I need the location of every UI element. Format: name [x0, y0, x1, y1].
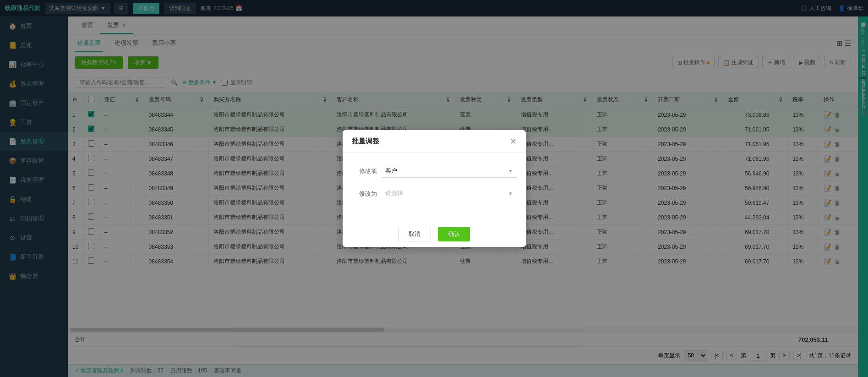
chevron-down-icon: ▼: [508, 169, 513, 174]
modify-item-row: 修改项 客户 ▼: [352, 164, 517, 178]
modify-to-label: 修改为: [352, 190, 377, 198]
modal-close-btn[interactable]: ✕: [510, 137, 517, 146]
modify-to-select[interactable]: 请选择 ▼: [382, 187, 517, 200]
modal-confirm-btn[interactable]: 确认: [438, 227, 470, 241]
modal-overlay[interactable]: 批量调整 ✕ 修改项 客户 ▼ 修改为 请选择 ▼ 取消 确认: [0, 0, 868, 377]
modal-footer: 取消 确认: [343, 221, 526, 247]
batch-adjust-modal: 批量调整 ✕ 修改项 客户 ▼ 修改为 请选择 ▼ 取消 确认: [343, 130, 526, 247]
modify-item-label: 修改项: [352, 167, 377, 175]
modal-title: 批量调整: [352, 137, 379, 146]
modal-cancel-btn[interactable]: 取消: [398, 227, 431, 241]
chevron-down-icon: ▼: [508, 191, 513, 196]
modal-header: 批量调整 ✕: [343, 130, 526, 153]
modal-body: 修改项 客户 ▼ 修改为 请选择 ▼: [343, 153, 526, 221]
modify-to-row: 修改为 请选择 ▼: [352, 187, 517, 200]
modify-item-select[interactable]: 客户 ▼: [382, 164, 517, 178]
